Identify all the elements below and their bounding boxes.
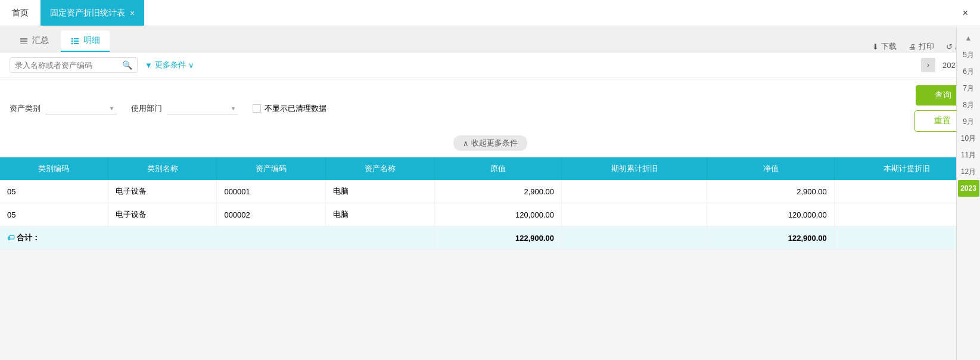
department-filter: 使用部门 <box>131 103 238 114</box>
search-input[interactable] <box>15 61 122 70</box>
svg-rect-6 <box>74 41 79 42</box>
sidebar-month[interactable]: 10月 <box>958 130 979 147</box>
table-header-row: 类别编码 类别名称 资产编码 资产名称 原值 期初累计折旧 净值 本期计提折旧 <box>0 157 980 180</box>
tab-summary-label: 汇总 <box>32 35 49 46</box>
svg-rect-8 <box>74 43 79 44</box>
filter-row: 资产类别 使用部门 不显示已清理数据 查询 重置 <box>10 85 970 132</box>
asset-category-label: 资产类别 <box>10 103 41 114</box>
expand-right-button[interactable]: › <box>921 58 935 72</box>
chevron-down-icon: ∨ <box>188 61 194 70</box>
refresh-icon: ↺ <box>946 42 953 51</box>
col-initial-accum-depreciation: 期初累计折旧 <box>562 157 707 180</box>
subtotal-icon: 🏷 <box>7 234 14 242</box>
department-label: 使用部门 <box>131 103 162 114</box>
print-icon: 🖨 <box>909 42 916 51</box>
home-tab[interactable]: 首页 <box>0 0 41 26</box>
exclude-cleared-label: 不显示已清理数据 <box>265 103 326 114</box>
exclude-cleared-checkbox[interactable]: 不显示已清理数据 <box>253 103 326 114</box>
tab-close-button[interactable]: × <box>130 8 135 18</box>
checkbox-icon <box>253 104 261 113</box>
sidebar-month[interactable]: 7月 <box>958 80 979 97</box>
print-button[interactable]: 🖨 打印 <box>909 41 934 52</box>
right-sidebar: ▲ 5月6月7月8月9月10月11月12月2023 <box>956 26 980 360</box>
tab-summary[interactable]: 汇总 <box>10 30 58 52</box>
collapse-button[interactable]: ∧ 收起更多条件 <box>453 135 527 151</box>
col-original-value: 原值 <box>434 157 562 180</box>
search-input-wrap: 🔍 <box>10 57 138 73</box>
tabs-row: 汇总 明细 ⬇ 下载 🖨 打印 ↺ 刷新 <box>0 26 980 52</box>
sidebar-month[interactable]: 12月 <box>958 163 979 180</box>
svg-point-3 <box>71 38 73 40</box>
svg-rect-1 <box>20 41 27 42</box>
asset-category-select-wrap <box>45 103 117 114</box>
department-select-wrap <box>167 103 238 114</box>
list-icon <box>70 36 80 45</box>
table-row[interactable]: 05电子设备000002电脑120,000.00120,000.00 <box>0 203 980 226</box>
download-button[interactable]: ⬇ 下载 <box>872 41 897 52</box>
active-tab[interactable]: 固定资产折旧统计表 × <box>41 0 144 26</box>
sidebar-month[interactable]: 6月 <box>958 63 979 80</box>
col-asset-code: 资产编码 <box>217 157 326 180</box>
more-conditions-label: 更多条件 <box>155 60 186 70</box>
download-label: 下载 <box>881 41 897 52</box>
filter-area: 资产类别 使用部门 不显示已清理数据 查询 重置 <box>0 78 980 157</box>
svg-point-5 <box>71 41 73 42</box>
layers-icon <box>19 36 29 45</box>
collapse-icon: ∧ <box>463 139 469 148</box>
asset-category-filter: 资产类别 <box>10 103 117 114</box>
table-row[interactable]: 05电子设备000001电脑2,900.002,900.00 <box>0 180 980 203</box>
sidebar-month[interactable]: 2023 <box>958 180 979 197</box>
collapse-row: ∧ 收起更多条件 <box>10 132 970 152</box>
svg-rect-0 <box>20 38 27 40</box>
sidebar-month[interactable]: 5月 <box>958 46 979 63</box>
sidebar-scroll-up[interactable]: ▲ <box>958 31 979 45</box>
svg-rect-2 <box>20 43 27 44</box>
department-select[interactable] <box>167 103 238 114</box>
asset-category-select[interactable] <box>45 103 117 114</box>
data-table: 类别编码 类别名称 资产编码 资产名称 原值 期初累计折旧 净值 本期计提折旧 … <box>0 157 980 250</box>
tab-detail[interactable]: 明细 <box>61 30 110 52</box>
tab-detail-label: 明细 <box>83 35 100 46</box>
filter-icon: ▼ <box>145 61 153 70</box>
table-wrap: 类别编码 类别名称 资产编码 资产名称 原值 期初累计折旧 净值 本期计提折旧 … <box>0 157 980 250</box>
sidebar-month[interactable]: 9月 <box>958 113 979 130</box>
tab-title: 固定资产折旧统计表 <box>50 8 125 18</box>
home-label: 首页 <box>12 8 29 18</box>
svg-point-7 <box>71 43 73 45</box>
col-category-code: 类别编码 <box>0 157 108 180</box>
col-category-name: 类别名称 <box>108 157 217 180</box>
sidebar-month[interactable]: 11月 <box>958 147 979 163</box>
subtotal-row: 🏷合计：122,900.00122,900.00 <box>0 226 980 250</box>
svg-rect-4 <box>74 38 79 39</box>
main-close-button[interactable]: × <box>963 8 980 18</box>
col-asset-name: 资产名称 <box>325 157 434 180</box>
search-icon[interactable]: 🔍 <box>122 60 132 70</box>
collapse-label: 收起更多条件 <box>471 138 518 148</box>
top-nav: 首页 固定资产折旧统计表 × × <box>0 0 980 26</box>
search-bar: 🔍 ▼ 更多条件 ∨ › 2023.01 <box>0 52 980 78</box>
sidebar-month[interactable]: 8月 <box>958 97 979 113</box>
print-label: 打印 <box>919 41 934 52</box>
col-net-value: 净值 <box>707 157 835 180</box>
download-icon: ⬇ <box>872 42 879 51</box>
more-conditions-button[interactable]: ▼ 更多条件 ∨ <box>145 60 194 70</box>
